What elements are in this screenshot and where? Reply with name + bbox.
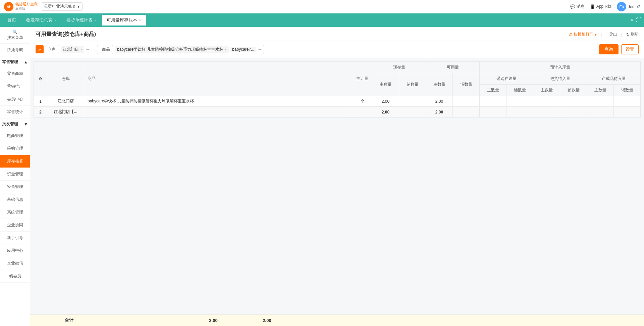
row1-purchase-aux [506,96,533,107]
row2-stock-aux [399,107,426,118]
table-footer: 合计 2.00 2.00 [30,314,644,326]
row2-product [84,107,352,118]
retail-stats-label: 零售统计 [7,109,23,115]
th-prod-main: 主数量 [587,85,614,96]
refresh-btn[interactable]: ↻ 刷新 [626,32,639,37]
brand-sub: 标准版 [15,6,38,11]
row1-stock-main: 2.00 [372,96,399,107]
template-print-btn[interactable]: 🖨 按模板打印 ▾ [569,32,597,37]
avatar: Ea [617,2,626,11]
th-avail-aux: 辅数量 [453,73,480,96]
th-purchase-aux: 辅数量 [506,85,533,96]
tab-available-stock[interactable]: 可用量库存账本 × [102,15,146,26]
sidebar-item-basic-info[interactable]: 基础信息 [0,193,30,206]
chevron-down-icon2: ▾ [595,32,597,37]
warehouse-ellipsis[interactable]: ··· [86,47,89,52]
product-filter-group: 商品 babycare学饮杯 儿童防摔防撞吸管杯重力球吸嘴杯宝宝水杯 × bab… [102,45,264,54]
collapse-icon: ▲ [24,60,28,64]
message-btn[interactable]: 💬 消息 [570,4,585,9]
tab-order-stats-close[interactable]: × [95,18,97,22]
template-print-label: 按模板打印 [574,32,594,37]
row1-avail-aux [453,96,480,107]
app-download-btn[interactable]: 📱 App下载 [590,4,611,9]
close-all-tabs-btn[interactable]: × [630,17,633,23]
industry-select[interactable]: 母婴行业演示账套 ▾ [41,2,83,11]
chevron-down-icon: ▾ [77,4,79,9]
warehouse-tag-remove[interactable]: × [80,47,82,51]
sidebar-item-retail-mgmt[interactable]: 零售管理 ▲ [0,56,30,67]
page-title: 可用量查询(按仓库+商品) [36,31,96,38]
gear-icon: ⚙ [39,77,42,81]
th-current-stock: 现存量 [372,62,426,73]
row2-avail-aux [453,107,480,118]
row1-prod-main [587,96,614,107]
filter-expand-btn[interactable]: » [36,45,44,53]
nav-tabs-bar: 首页 收发存汇总表 × 要货单统计表 × 可用量库存账本 × × ⛶ [0,13,644,27]
sidebar-item-operations-mgmt[interactable]: 经营管理 [0,181,30,193]
fullscreen-btn[interactable]: ⛶ [636,17,641,23]
th-settings-icon[interactable]: ⚙ [34,62,47,96]
brand-info: 畅捷通好生意 标准版 [15,2,38,11]
retail-mall-label: 零售商城 [7,71,23,77]
product-tag2-value: babycare?... [232,47,254,52]
row2-pending-main [533,107,560,118]
th-warehouse: 仓库 [47,62,84,96]
sidebar-item-purchase-mgmt[interactable]: 采购管理 [0,142,30,155]
warehouse-tag: 江北门店 × [61,46,84,53]
header-actions: 🖨 按模板打印 ▾ | ↑ 导出 | ↻ 刷新 [569,32,639,37]
footer-total-stock-main: 2.00 [200,318,227,323]
sidebar-item-app-center[interactable]: 应用中心 [0,244,30,257]
tab-income-summary-close[interactable]: × [54,18,56,22]
user-menu[interactable]: Ea demo2 [617,2,640,11]
expand-icon: ▼ [24,122,28,127]
sidebar-item-wholesale-mgmt[interactable]: 批发管理 ▼ [0,119,30,130]
sidebar-item-member-center[interactable]: 会员中心 [0,93,30,106]
product-tag1-value: babycare学饮杯 儿童防摔防撞吸管杯重力球吸嘴杯宝宝水杯 [117,47,223,52]
th-production-pending: 产成品待入量 [587,73,641,85]
new-guide-label: 新手引导 [7,235,23,241]
query-button[interactable]: 查询 [599,44,619,54]
tab-income-summary[interactable]: 收发存汇总表 × [21,15,61,26]
row1-stock-aux [399,96,426,107]
warehouse-filter-input[interactable]: 江北门店 × ··· [58,45,98,54]
sidebar-item-inventory-check[interactable]: 库存核算 [0,155,30,168]
operations-mgmt-label: 经营管理 [7,184,23,190]
row1-pending-main [533,96,560,107]
refresh-label: 刷新 [631,32,639,37]
industry-label: 母婴行业演示账套 [44,4,76,9]
sidebar-item-marketing[interactable]: 营销推广 [0,80,30,93]
export-btn[interactable]: ↑ 导出 [606,32,617,37]
tab-available-stock-close[interactable]: × [139,18,141,22]
tab-home[interactable]: 首页 [3,15,21,26]
content-area: 可用量查询(按仓库+商品) 🖨 按模板打印 ▾ | ↑ 导出 | ↻ 刷新 [30,27,644,326]
sidebar-item-finance-mgmt[interactable]: 资金管理 [0,168,30,181]
warehouse-tag-value: 江北门店 [63,47,79,52]
sidebar-item-member-vip[interactable]: 畅会员 [0,270,30,283]
sidebar-item-retail-mall[interactable]: 零售商城 [0,67,30,80]
product-ellipsis[interactable]: ··· [258,47,261,52]
brand-name: 畅捷通好生意 [15,2,38,6]
sidebar-item-search[interactable]: 🔍 搜索菜单 [0,27,30,44]
tab-order-stats[interactable]: 要货单统计表 × [62,15,101,26]
sidebar-item-retail-stats[interactable]: 零售统计 [0,106,30,119]
sidebar-item-quick-nav[interactable]: 快捷导航 [0,44,30,56]
wholesale-mgmt-label: 批发管理 [2,121,18,127]
tab-order-stats-label: 要货单统计表 [66,17,93,23]
warehouse-filter-label: 仓库 [48,47,56,52]
inventory-check-label: 库存核算 [7,158,23,164]
main-layout: 🔍 搜索菜单 快捷导航 零售管理 ▲ 零售商城 营销推广 会员中心 零售统计 批… [0,27,644,326]
product-filter-input[interactable]: babycare学饮杯 儿童防摔防撞吸管杯重力球吸嘴杯宝宝水杯 × babyca… [112,45,264,54]
divider2: | [621,32,622,37]
sidebar-item-enterprise-collab[interactable]: 企业协同 [0,219,30,232]
app-center-label: 应用中心 [7,248,23,253]
product-tag1-remove[interactable]: × [225,47,227,51]
row1-prod-aux [614,96,641,107]
product-tag1: babycare学饮杯 儿童防摔防撞吸管杯重力球吸嘴杯宝宝水杯 × [115,46,229,53]
sidebar-item-ecommerce[interactable]: 电商管理 [0,130,30,142]
row2-stock-main: 2.00 [372,107,399,118]
sidebar-item-enterprise-wechat[interactable]: 企业微信 [0,257,30,270]
table-container[interactable]: ⚙ 仓库 商品 主计量 现存量 可用量 预计入库量 主数量 辅数量 主数量 辅数… [30,58,644,314]
settings-button[interactable]: 设置 [621,44,639,54]
sidebar-item-new-guide[interactable]: 新手引导 [0,232,30,244]
sidebar-item-system-mgmt[interactable]: 系统管理 [0,206,30,219]
